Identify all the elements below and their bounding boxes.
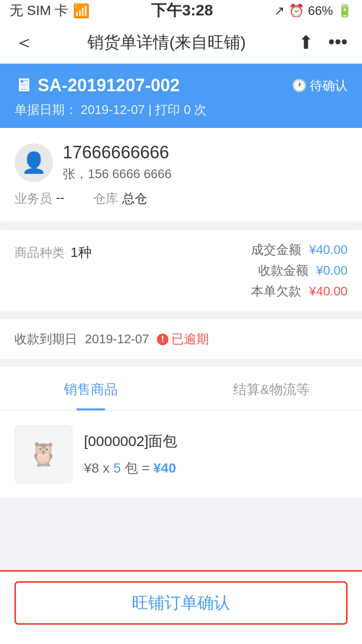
product-image: 🦉 [14,425,72,483]
wifi-icon: 📶 [73,3,90,19]
tabs-container: 销售商品 结算&物流等 [0,367,362,411]
customer-card: 👤 17666666666 张，156 6666 6666 业务员 -- 仓库 … [0,128,362,222]
warehouse-label: 仓库 [93,190,118,207]
overdue-icon: ! [157,334,168,345]
product-image-icon: 🦉 [29,441,58,468]
status-time: 下午3:28 [151,0,213,21]
amount-value: ¥40.00 [309,242,348,257]
nav-actions: ⬆ ••• [290,32,348,53]
price-per-unit: ¥8 [84,461,99,476]
product-price: ¥8 x 5 包 = ¥40 [84,459,348,477]
product-item: 🦉 [0000002]面包 ¥8 x 5 包 = ¥40 [0,411,362,498]
overdue-badge: ! 已逾期 [157,331,209,348]
debt-value: ¥40.00 [309,284,348,299]
debt-row: 本单欠款 ¥40.00 [251,283,348,300]
tab-settlement[interactable]: 结算&物流等 [181,367,362,410]
amount-row: 成交金额 ¥40.00 [251,241,348,258]
product-type-value: 1种 [70,243,92,262]
tab-sales[interactable]: 销售商品 [0,367,181,410]
warehouse-value: 总仓 [122,190,147,207]
due-date-value: 2019-12-07 [85,332,149,347]
bottom-button-wrap: 旺铺订单确认 [0,570,362,644]
nav-bar: ＜ 销货单详情(来自旺铺) ⬆ ••• [0,21,362,64]
due-date-card: 收款到期日 2019-12-07 ! 已逾期 [0,319,362,359]
status-bar: 无 SIM 卡 📶 下午3:28 ↗ ⏰ 66% 🔋 [0,0,362,21]
product-name: [0000002]面包 [84,432,348,451]
product-total: ¥40 [153,461,176,476]
alarm-icon: ⏰ [289,3,304,18]
order-header-card: 🖥 SA-20191207-002 🕐 待确认 单据日期： 2019-12-07… [0,64,362,128]
amount-info: 成交金额 ¥40.00 收款金额 ¥0.00 本单欠款 ¥40.00 [251,241,348,300]
product-info: [0000002]面包 ¥8 x 5 包 = ¥40 [84,432,348,477]
product-type-label: 商品种类 [14,244,65,261]
sales-meta: 业务员 -- [14,190,64,207]
due-date-label: 收款到期日 [14,331,77,348]
customer-phone: 17666666666 [63,142,172,163]
order-date: 单据日期： 2019-12-07 | 打印 0 次 [14,101,348,118]
person-icon: 👤 [21,151,46,174]
debt-label: 本单欠款 [251,283,301,300]
back-button[interactable]: ＜ [14,29,43,56]
product-section: 🦉 [0000002]面包 ¥8 x 5 包 = ¥40 [0,411,362,498]
status-right: ↗ ⏰ 66% 🔋 [274,3,352,18]
summary-card: 商品种类 1种 成交金额 ¥40.00 收款金额 ¥0.00 本单欠款 ¥40.… [0,230,362,311]
confirm-button[interactable]: 旺铺订单确认 [14,581,348,625]
overdue-text: 已逾期 [171,331,209,348]
status-left: 无 SIM 卡 📶 [10,1,90,20]
product-type-info: 商品种类 1种 [14,243,92,262]
order-icon: 🖥 [14,75,32,96]
avatar: 👤 [14,143,53,182]
received-value: ¥0.00 [316,263,348,278]
sim-text: 无 SIM 卡 [10,1,68,20]
order-id: 🖥 SA-20191207-002 [14,75,180,96]
warehouse-meta: 仓库 总仓 [93,190,147,207]
more-icon[interactable]: ••• [328,32,348,53]
page-title: 销货单详情(来自旺铺) [43,31,290,54]
clock-icon: 🕐 [292,78,307,93]
received-label: 收款金额 [258,262,308,279]
customer-name: 张，156 6666 6666 [63,166,172,182]
tabs: 销售商品 结算&物流等 [0,367,362,411]
share-icon[interactable]: ⬆ [298,32,314,53]
received-row: 收款金额 ¥0.00 [258,262,348,279]
customer-meta: 业务员 -- 仓库 总仓 [14,190,348,207]
order-status: 🕐 待确认 [292,77,348,94]
battery-icon: 🔋 [337,3,352,18]
sales-label: 业务员 [14,190,52,207]
location-icon: ↗ [274,3,285,18]
product-qty: 5 [113,461,121,476]
sales-value: -- [56,190,64,207]
battery-text: 66% [308,3,333,18]
amount-label: 成交金额 [251,241,301,258]
